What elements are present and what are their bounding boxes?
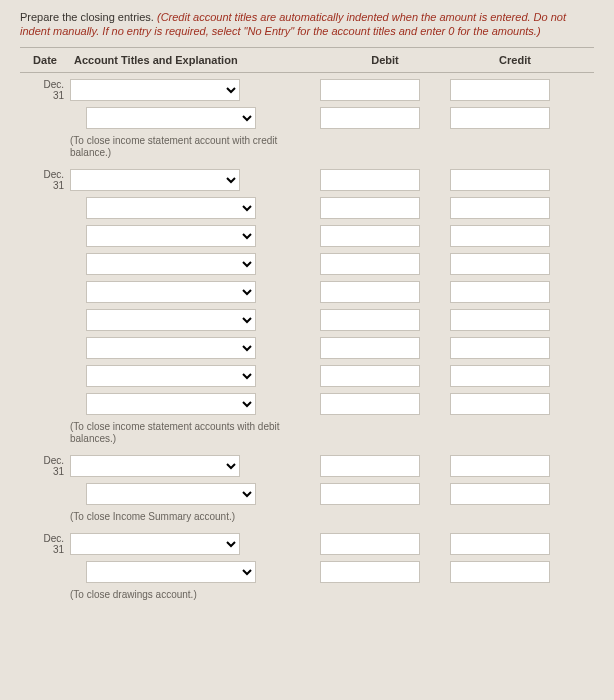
debit-cell <box>320 561 450 583</box>
debit-input[interactable] <box>320 169 420 191</box>
debit-input[interactable] <box>320 393 420 415</box>
account-cell <box>70 483 320 505</box>
credit-cell <box>450 169 580 191</box>
entry-row <box>20 253 594 275</box>
credit-input[interactable] <box>450 483 550 505</box>
entry-row: Dec.31 <box>20 169 594 191</box>
credit-input[interactable] <box>450 79 550 101</box>
credit-input[interactable] <box>450 561 550 583</box>
credit-cell <box>450 337 580 359</box>
account-title-select[interactable] <box>70 79 240 101</box>
account-title-select[interactable] <box>86 483 256 505</box>
debit-input[interactable] <box>320 483 420 505</box>
debit-input[interactable] <box>320 197 420 219</box>
debit-cell <box>320 393 450 415</box>
credit-input[interactable] <box>450 533 550 555</box>
credit-input[interactable] <box>450 225 550 247</box>
account-title-select[interactable] <box>86 393 256 415</box>
account-cell <box>70 533 320 555</box>
credit-input[interactable] <box>450 253 550 275</box>
account-cell <box>70 253 320 275</box>
debit-input[interactable] <box>320 533 420 555</box>
debit-cell <box>320 107 450 129</box>
debit-cell <box>320 79 450 101</box>
account-cell <box>70 225 320 247</box>
credit-input[interactable] <box>450 337 550 359</box>
credit-input[interactable] <box>450 281 550 303</box>
credit-input[interactable] <box>450 169 550 191</box>
credit-cell <box>450 533 580 555</box>
entry-block: Dec.31(To close drawings account.) <box>20 533 594 601</box>
credit-cell <box>450 225 580 247</box>
credit-cell <box>450 393 580 415</box>
debit-input[interactable] <box>320 309 420 331</box>
debit-cell <box>320 309 450 331</box>
entry-block: Dec.31(To close income statement account… <box>20 79 594 159</box>
credit-input[interactable] <box>450 365 550 387</box>
account-title-select[interactable] <box>86 309 256 331</box>
debit-input[interactable] <box>320 225 420 247</box>
credit-input[interactable] <box>450 393 550 415</box>
date-cell: Dec.31 <box>20 533 70 555</box>
account-cell <box>70 309 320 331</box>
entry-row: Dec.31 <box>20 533 594 555</box>
debit-cell <box>320 253 450 275</box>
account-title-select[interactable] <box>86 561 256 583</box>
account-title-select[interactable] <box>86 107 256 129</box>
entry-row <box>20 483 594 505</box>
entry-explanation: (To close income statement accounts with… <box>20 421 280 445</box>
credit-input[interactable] <box>450 197 550 219</box>
account-title-select[interactable] <box>86 337 256 359</box>
account-cell <box>70 79 320 101</box>
entry-block: Dec.31(To close Income Summary account.) <box>20 455 594 523</box>
entry-explanation: (To close Income Summary account.) <box>20 511 280 523</box>
instructions-lead: Prepare the closing entries. <box>20 11 157 23</box>
entry-row <box>20 365 594 387</box>
credit-input[interactable] <box>450 309 550 331</box>
account-title-select[interactable] <box>86 281 256 303</box>
credit-cell <box>450 253 580 275</box>
debit-input[interactable] <box>320 561 420 583</box>
account-title-select[interactable] <box>70 533 240 555</box>
entry-row <box>20 197 594 219</box>
credit-cell <box>450 365 580 387</box>
account-title-select[interactable] <box>86 253 256 275</box>
header-date: Date <box>20 54 70 66</box>
date-cell: Dec.31 <box>20 79 70 101</box>
entries-container: Dec.31(To close income statement account… <box>20 79 594 601</box>
debit-cell <box>320 533 450 555</box>
debit-input[interactable] <box>320 107 420 129</box>
account-title-select[interactable] <box>86 365 256 387</box>
account-title-select[interactable] <box>86 225 256 247</box>
entry-explanation: (To close drawings account.) <box>20 589 280 601</box>
debit-input[interactable] <box>320 79 420 101</box>
credit-cell <box>450 197 580 219</box>
credit-input[interactable] <box>450 107 550 129</box>
credit-input[interactable] <box>450 455 550 477</box>
account-cell <box>70 455 320 477</box>
entry-row <box>20 337 594 359</box>
entry-explanation: (To close income statement account with … <box>20 135 280 159</box>
debit-input[interactable] <box>320 253 420 275</box>
date-cell: Dec.31 <box>20 169 70 191</box>
debit-cell <box>320 281 450 303</box>
account-title-select[interactable] <box>70 169 240 191</box>
entry-row <box>20 309 594 331</box>
account-title-select[interactable] <box>86 197 256 219</box>
debit-cell <box>320 455 450 477</box>
header-credit: Credit <box>450 54 580 66</box>
header-debit: Debit <box>320 54 450 66</box>
debit-input[interactable] <box>320 365 420 387</box>
entry-row <box>20 107 594 129</box>
debit-cell <box>320 337 450 359</box>
credit-cell <box>450 561 580 583</box>
debit-input[interactable] <box>320 455 420 477</box>
debit-input[interactable] <box>320 281 420 303</box>
entry-row <box>20 225 594 247</box>
account-cell <box>70 197 320 219</box>
debit-input[interactable] <box>320 337 420 359</box>
entry-row <box>20 281 594 303</box>
table-header: Date Account Titles and Explanation Debi… <box>20 47 594 73</box>
entry-row <box>20 561 594 583</box>
account-title-select[interactable] <box>70 455 240 477</box>
